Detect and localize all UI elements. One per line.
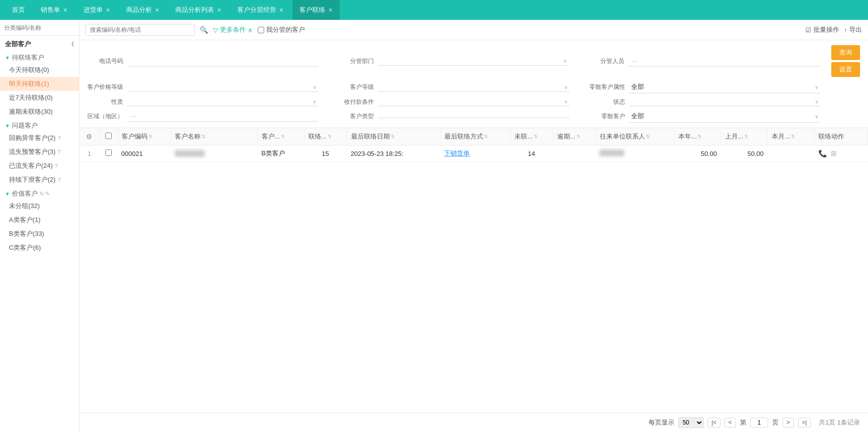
- price-level-select[interactable]: ∨: [127, 83, 318, 92]
- sort-code-icon[interactable]: ⇅: [148, 134, 152, 139]
- sort-type-icon[interactable]: ⇅: [281, 134, 285, 139]
- sort-date-icon[interactable]: ⇅: [391, 134, 395, 139]
- th-this-month[interactable]: 本月...⇅: [768, 128, 814, 145]
- help-icon-2[interactable]: ?: [55, 163, 58, 169]
- close-product-analysis-icon[interactable]: ✕: [155, 7, 159, 13]
- prev-page-button[interactable]: <: [724, 418, 736, 428]
- sidebar-item-ungrouped[interactable]: 未分组(32): [0, 199, 79, 213]
- person-select[interactable]: ···: [628, 56, 819, 67]
- th-code[interactable]: 客户编码⇅: [117, 128, 171, 145]
- filter-retail-customer: 零散客户 全部 ∨: [589, 110, 820, 123]
- sort-overdue-icon[interactable]: ⇅: [577, 134, 580, 139]
- problem-customers-section[interactable]: ▼ 问题客户: [0, 119, 79, 131]
- help-icon-1[interactable]: ?: [58, 149, 61, 155]
- sidebar-item-churned[interactable]: 已流失客户(24) ?: [0, 159, 79, 173]
- pending-contact-section[interactable]: ▼ 待联络客户: [0, 51, 79, 63]
- th-unit-contacts[interactable]: 往来单位联系人⇅: [595, 128, 674, 145]
- th-pending[interactable]: 未联...⇅: [510, 128, 553, 145]
- sidebar-item-b-class[interactable]: B类客户(33): [0, 227, 79, 241]
- last-page-button[interactable]: >|: [798, 418, 811, 428]
- sidebar-item-a-class[interactable]: A类客户(1): [0, 213, 79, 227]
- sidebar-item-today-pending[interactable]: 今天待联络(0): [0, 63, 79, 77]
- phone-input[interactable]: [127, 56, 318, 67]
- export-button[interactable]: ↑ 导出: [844, 25, 863, 34]
- sort-this-month-icon[interactable]: ⇅: [791, 134, 795, 139]
- person-dots-icon[interactable]: ···: [632, 58, 637, 65]
- nav-customer-tier[interactable]: 客户分层经营 ✕: [230, 0, 290, 20]
- region-select[interactable]: ···: [127, 111, 318, 122]
- sidebar-search-input[interactable]: [4, 24, 78, 31]
- dept-select[interactable]: ∨: [378, 57, 569, 66]
- th-overdue[interactable]: 逾期...⇅: [553, 128, 595, 145]
- payment-select[interactable]: ∨: [378, 97, 569, 106]
- retail-attr-select[interactable]: 全部 ∨: [629, 81, 820, 93]
- sidebar-item-overdue-pending[interactable]: 逾期未联络(30): [0, 105, 79, 119]
- sidebar-item-c-class[interactable]: C类客户(6): [0, 241, 79, 255]
- customer-type-select[interactable]: [378, 115, 569, 118]
- sort-name-icon[interactable]: ⇅: [202, 134, 206, 139]
- th-name[interactable]: 客户名称⇅: [171, 128, 258, 145]
- payment-label: 收付款条件: [338, 98, 378, 106]
- action-phone-icon[interactable]: 📞: [818, 149, 827, 157]
- sort-year-icon[interactable]: ⇅: [698, 134, 702, 139]
- last-method-link[interactable]: 下销货单: [444, 149, 470, 157]
- query-button[interactable]: 查询: [831, 45, 860, 60]
- th-contact-count[interactable]: 联络...⇅: [304, 128, 347, 145]
- action-grid-icon[interactable]: ⊞: [831, 149, 837, 157]
- close-customer-contact-icon[interactable]: ✕: [328, 7, 333, 13]
- th-last-date[interactable]: 最后联络日期⇅: [347, 128, 440, 145]
- refresh-icon[interactable]: ↻: [40, 191, 44, 197]
- th-type[interactable]: 客户...⇅: [257, 128, 304, 145]
- th-last-month[interactable]: 上月...⇅: [721, 128, 768, 145]
- select-all-checkbox[interactable]: [105, 133, 112, 139]
- sidebar-item-tomorrow-pending[interactable]: 明天待联络(1): [0, 77, 79, 91]
- th-last-method[interactable]: 最后联络方式⇅: [440, 128, 510, 145]
- per-page-label: 每页显示: [649, 418, 674, 427]
- first-page-button[interactable]: |<: [708, 418, 721, 428]
- nav-sales[interactable]: 销售单 ✕: [34, 0, 74, 20]
- close-customer-tier-icon[interactable]: ✕: [279, 7, 284, 13]
- nav-customer-contact[interactable]: 客户联络 ✕: [292, 0, 340, 20]
- sort-last-month-icon[interactable]: ⇅: [744, 134, 748, 139]
- nav-home[interactable]: 首页: [5, 0, 32, 20]
- cell-checkbox[interactable]: [99, 145, 117, 162]
- sidebar-item-repurchase-abnormal[interactable]: 回购异常客户(2) ?: [0, 131, 79, 145]
- value-customers-section[interactable]: ▼ 价值客户 ↻ ✎: [0, 187, 79, 199]
- help-icon-3[interactable]: ?: [58, 177, 61, 183]
- help-icon-0[interactable]: ?: [58, 135, 61, 141]
- close-sales-icon[interactable]: ✕: [63, 7, 68, 13]
- customer-level-select[interactable]: ∨: [378, 83, 569, 92]
- th-year-amount[interactable]: 本年...⇅: [674, 128, 721, 145]
- region-dots-icon[interactable]: ···: [131, 113, 136, 120]
- set-button[interactable]: 设置: [831, 62, 860, 77]
- nature-select[interactable]: ∨: [127, 97, 318, 106]
- gear-icon[interactable]: ⚙: [86, 133, 92, 141]
- nav-product-analysis-list[interactable]: 商品分析列表 ✕: [168, 0, 228, 20]
- sort-pending-icon[interactable]: ⇅: [534, 134, 538, 139]
- sort-contact-icon[interactable]: ⇅: [328, 134, 332, 139]
- sort-method-icon[interactable]: ⇅: [484, 134, 488, 139]
- page-input[interactable]: [750, 418, 768, 428]
- filter-search-icon[interactable]: 🔍: [200, 26, 208, 34]
- cell-last-method[interactable]: 下销货单: [440, 145, 510, 162]
- sort-contacts-icon[interactable]: ⇅: [646, 134, 650, 139]
- close-product-analysis-list-icon[interactable]: ✕: [217, 7, 221, 13]
- batch-op-button[interactable]: ☑ 批量操作: [805, 25, 839, 34]
- sidebar-item-declining[interactable]: 持续下滑客户(2) ?: [0, 173, 79, 187]
- retail-customer-select[interactable]: 全部 ∨: [629, 110, 820, 123]
- row-checkbox[interactable]: [105, 149, 112, 156]
- nav-product-analysis[interactable]: 商品分析 ✕: [119, 0, 166, 20]
- next-page-button[interactable]: >: [783, 418, 794, 428]
- per-page-select[interactable]: 50 100: [678, 417, 704, 428]
- close-purchase-icon[interactable]: ✕: [106, 7, 110, 13]
- nav-purchase[interactable]: 进货单 ✕: [76, 0, 117, 20]
- my-customers-checkbox[interactable]: 我分管的客户: [258, 25, 305, 34]
- my-customers-check[interactable]: [258, 27, 264, 33]
- status-select[interactable]: ∨: [629, 97, 820, 106]
- search-input[interactable]: [85, 24, 195, 36]
- sidebar-item-churn-warning[interactable]: 流失预警客户(3) ?: [0, 145, 79, 159]
- more-conditions-button[interactable]: ▽ 更多条件 ∧: [213, 25, 253, 34]
- all-customers-header[interactable]: 全部客户 《: [0, 36, 79, 51]
- edit-value-icon[interactable]: ✎: [45, 191, 50, 197]
- sidebar-item-7days-pending[interactable]: 近7天待联络(0): [0, 91, 79, 105]
